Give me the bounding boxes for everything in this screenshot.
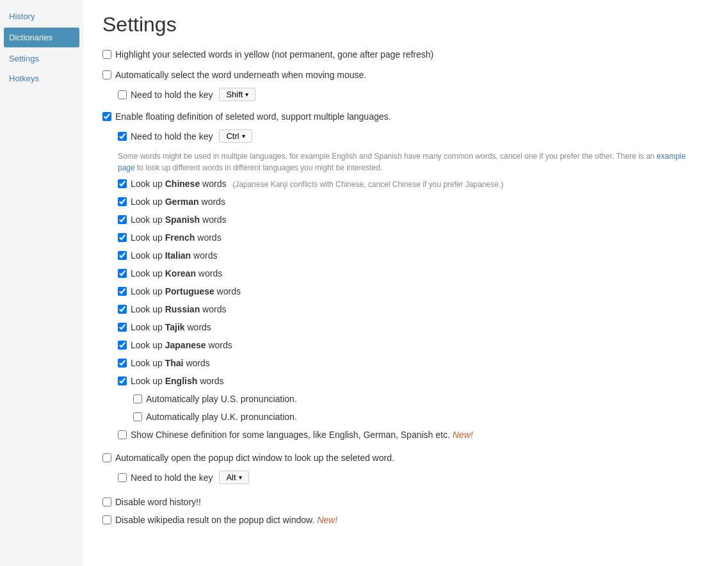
- popup-dict-hold-key-label: Need to hold the key: [131, 473, 213, 483]
- lang-english: Look up English words: [118, 376, 709, 386]
- word-history-checkbox[interactable]: [102, 497, 111, 506]
- lang-french-checkbox[interactable]: [118, 233, 127, 242]
- lang-korean: Look up Korean words: [118, 268, 709, 279]
- popup-dict-key-row: Need to hold the key Alt: [118, 471, 709, 484]
- auto-select-hold-key-checkbox[interactable]: [118, 90, 127, 99]
- lang-german: Look up German words: [118, 197, 709, 207]
- sidebar-item-dictionaries[interactable]: Dictionaries: [4, 28, 79, 47]
- chinese-def-label: Show Chinese definition for some languag…: [131, 430, 473, 440]
- lang-french: Look up French words: [118, 232, 709, 243]
- lang-spanish: Look up Spanish words: [118, 214, 709, 225]
- lang-chinese: Look up Chinese words (Japanese Kanji co…: [118, 179, 709, 189]
- lang-tajik: Look up Tajik words: [118, 322, 709, 332]
- lang-portuguese-checkbox[interactable]: [118, 287, 127, 296]
- highlight-label: Highlight your selected words in yellow …: [115, 49, 433, 60]
- highlight-checkbox[interactable]: [102, 50, 111, 59]
- lang-english-checkbox[interactable]: [118, 376, 127, 385]
- sidebar-item-settings[interactable]: Settings: [0, 49, 83, 69]
- lang-russian: Look up Russian words: [118, 304, 709, 314]
- lang-italian: Look up Italian words: [118, 250, 709, 261]
- lang-german-checkbox[interactable]: [118, 197, 127, 206]
- floating-def-hold-key-label: Need to hold the key: [131, 131, 213, 142]
- alt-key-button[interactable]: Alt: [219, 471, 248, 484]
- floating-def-setting: Enable floating definition of seleted wo…: [102, 111, 709, 122]
- chinese-def-setting: Show Chinese definition for some languag…: [118, 430, 709, 440]
- lang-thai: Look up Thai words: [118, 358, 709, 368]
- example-page-link[interactable]: example page: [118, 152, 686, 172]
- highlight-setting: Highlight your selected words in yellow …: [102, 49, 709, 60]
- shift-key-select: Shift: [219, 88, 255, 101]
- sidebar: History Dictionaries Settings Hotkeys: [0, 0, 83, 566]
- history-section: Disable word history!! Disable wikipedia…: [102, 497, 709, 525]
- auto-select-checkbox[interactable]: [102, 70, 111, 79]
- info-text: Some words might be used in multiple lan…: [118, 150, 694, 174]
- wikipedia-new-badge: New!: [317, 515, 337, 525]
- floating-def-key-row: Need to hold the key Ctrl: [118, 129, 709, 143]
- english-uk-pronunciation: Automatically play U.K. pronunciation.: [133, 412, 709, 422]
- popup-dict-hold-key-checkbox[interactable]: [118, 473, 127, 482]
- lang-spanish-checkbox[interactable]: [118, 215, 127, 224]
- wikipedia-label: Disable wikipedia result on the popup di…: [115, 515, 337, 525]
- wikipedia-checkbox[interactable]: [102, 515, 111, 524]
- ctrl-key-button[interactable]: Ctrl: [219, 129, 252, 143]
- auto-select-setting: Automatically select the word underneath…: [102, 70, 709, 80]
- lang-korean-checkbox[interactable]: [118, 269, 127, 278]
- lang-thai-checkbox[interactable]: [118, 359, 127, 368]
- alt-key-select: Alt: [219, 471, 248, 484]
- word-history-setting: Disable word history!!: [102, 497, 709, 507]
- lang-portuguese: Look up Portuguese words: [118, 286, 709, 296]
- sidebar-item-history[interactable]: History: [0, 6, 83, 26]
- lang-japanese-checkbox[interactable]: [118, 341, 127, 350]
- english-us-pronunciation: Automatically play U.S. pronunciation.: [133, 394, 709, 404]
- popup-dict-checkbox[interactable]: [102, 453, 111, 462]
- popup-dict-section: Automatically open the popup dict window…: [102, 453, 709, 484]
- auto-select-key-row: Need to hold the key Shift: [118, 88, 709, 101]
- chinese-def-new-badge: New!: [453, 430, 473, 440]
- lang-russian-checkbox[interactable]: [118, 305, 127, 314]
- floating-def-section: Enable floating definition of seleted wo…: [102, 111, 709, 440]
- popup-dict-label: Automatically open the popup dict window…: [115, 453, 394, 463]
- english-us-label: Automatically play U.S. pronunciation.: [146, 394, 297, 404]
- chinese-def-checkbox[interactable]: [118, 430, 127, 439]
- auto-select-hold-key-label: Need to hold the key: [131, 90, 213, 100]
- auto-select-label: Automatically select the word underneath…: [115, 70, 366, 80]
- word-history-label: Disable word history!!: [115, 497, 201, 507]
- lang-japanese: Look up Japanese words: [118, 340, 709, 350]
- wikipedia-setting: Disable wikipedia result on the popup di…: [102, 515, 709, 525]
- popup-dict-setting: Automatically open the popup dict window…: [102, 453, 709, 463]
- floating-def-hold-key-checkbox[interactable]: [118, 132, 127, 141]
- main-content: Settings Highlight your selected words i…: [83, 0, 728, 566]
- floating-def-label: Enable floating definition of seleted wo…: [115, 111, 391, 122]
- english-uk-label: Automatically play U.K. pronunciation.: [146, 412, 297, 422]
- lang-chinese-checkbox[interactable]: [118, 179, 127, 188]
- lang-tajik-checkbox[interactable]: [118, 323, 127, 332]
- ctrl-key-select: Ctrl: [219, 129, 252, 143]
- sidebar-item-hotkeys[interactable]: Hotkeys: [0, 69, 83, 88]
- auto-select-section: Automatically select the word underneath…: [102, 70, 709, 101]
- page-title: Settings: [102, 13, 709, 36]
- lang-italian-checkbox[interactable]: [118, 251, 127, 260]
- english-us-checkbox[interactable]: [133, 394, 142, 403]
- floating-def-checkbox[interactable]: [102, 112, 111, 121]
- shift-key-button[interactable]: Shift: [219, 88, 255, 101]
- english-uk-checkbox[interactable]: [133, 412, 142, 421]
